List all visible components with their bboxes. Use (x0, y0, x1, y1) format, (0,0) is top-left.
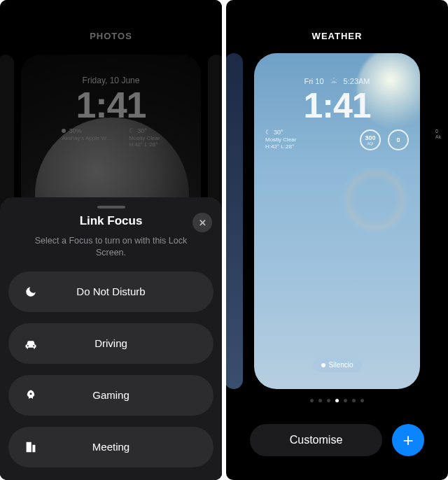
pager-dot-active (335, 399, 339, 402)
pager-dot (360, 399, 364, 402)
pager-dot (327, 399, 330, 402)
page-indicator[interactable] (226, 399, 448, 402)
pager-dot (310, 399, 314, 402)
link-focus-sheet: Link Focus ✕ Select a Focus to turn on w… (0, 197, 222, 480)
plus-icon: + (402, 430, 413, 451)
customise-button[interactable]: Customise (250, 424, 382, 456)
lockscreen-widgets: ☾30° Mostly Clear H:42° L:28° 300 AQI 0 (265, 129, 409, 150)
lockscreen-preview-card[interactable]: Fri 10 5:23AM 1:41 ☾30° Mostly Clear H:4… (254, 53, 420, 389)
linked-focus-pill[interactable]: Silencio (312, 358, 361, 372)
pager-dot (318, 399, 322, 402)
sheet-title: Link Focus (80, 214, 143, 228)
lockscreen-date: Fri 10 (304, 77, 323, 85)
focus-pill-label: Silencio (328, 361, 353, 369)
rocket-icon (24, 389, 38, 402)
moon-icon: ☾ (265, 129, 271, 136)
uv-ring-widget: 0 (388, 129, 409, 150)
prev-lockscreen-peek[interactable] (226, 53, 243, 389)
lockscreen-time: 1:41 (21, 84, 201, 126)
building-icon (24, 441, 38, 453)
focus-item-label: Gaming (92, 389, 130, 401)
right-screenshot: WEATHER 0 Ak Fri 10 5:23AM 1:41 ☾30° Mos… (226, 0, 448, 480)
pager-dot (352, 399, 356, 402)
gallery-category-label: WEATHER (226, 31, 448, 41)
bottom-actions: Customise + (250, 424, 424, 456)
close-icon: ✕ (199, 218, 206, 228)
focus-item-label: Meeting (92, 441, 130, 453)
sunrise-icon (330, 77, 338, 85)
car-icon (24, 338, 38, 349)
focus-gaming[interactable]: Gaming (8, 375, 214, 416)
focus-driving[interactable]: Driving (8, 323, 214, 364)
focus-item-label: Driving (94, 337, 127, 349)
focus-item-label: Do Not Disturb (76, 285, 145, 297)
add-button[interactable]: + (392, 424, 424, 456)
peek-widget-text: 0 Ak (435, 129, 441, 141)
aqi-ring-widget: 300 AQI (360, 129, 381, 150)
focus-dot-icon (321, 363, 325, 367)
ring-widgets: 300 AQI 0 (360, 129, 409, 150)
lockscreen-date-row: Fri 10 5:23AM (254, 77, 420, 85)
battery-ring-icon (62, 129, 66, 133)
focus-do-not-disturb[interactable]: Do Not Disturb (8, 271, 214, 312)
sheet-subtitle: Select a Focus to turn on with this Lock… (25, 235, 197, 259)
next-lockscreen-peek[interactable]: 0 Ak (431, 53, 448, 389)
sunrise-time: 5:23AM (344, 77, 370, 85)
close-button[interactable]: ✕ (192, 213, 212, 232)
lens-flare (340, 165, 410, 235)
battery-widget: 30% Akshay's Apple W… (62, 127, 112, 148)
gallery-category-label: PHOTOS (0, 31, 222, 41)
lockscreen-widgets: 30% Akshay's Apple W… ☾30° Mostly Clear … (21, 127, 201, 148)
lockscreen-time: 1:41 (254, 85, 420, 126)
weather-widget: ☾30° Mostly Clear H:42° L:28° (265, 129, 296, 150)
moon-icon (24, 285, 38, 298)
sheet-grabber[interactable] (97, 206, 125, 209)
weather-widget: ☾30° Mostly Clear H:42° L:28° (129, 127, 160, 148)
pager-dot (344, 399, 347, 402)
moon-icon: ☾ (129, 127, 134, 135)
focus-meeting[interactable]: Meeting (8, 427, 214, 467)
left-screenshot: PHOTOS Friday, 10 June 1:41 30% Akshay's… (0, 0, 222, 480)
